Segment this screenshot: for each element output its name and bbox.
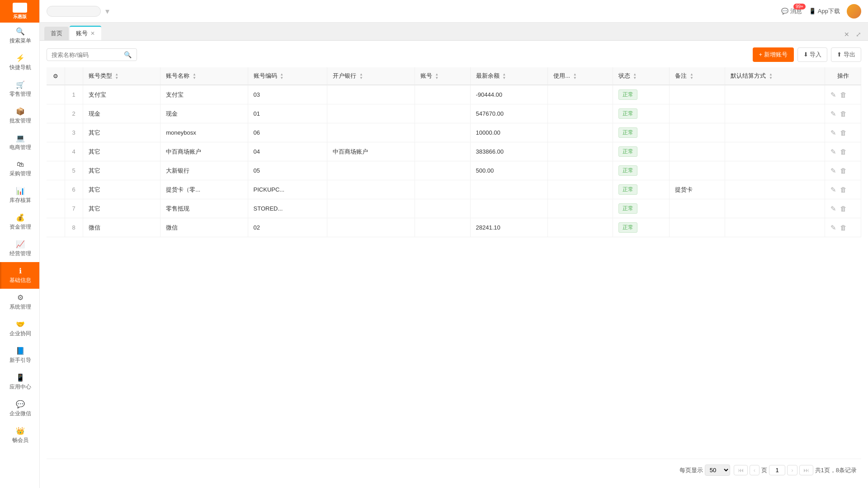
sidebar-item-enterprise-wechat[interactable]: 💬企业微信 xyxy=(0,395,39,422)
col-type[interactable]: 账号类型 ▲▼ xyxy=(83,67,160,85)
row-usage xyxy=(548,142,613,161)
tab-home[interactable]: 首页 xyxy=(44,27,69,40)
edit-icon[interactable]: ✎ xyxy=(830,186,836,194)
ops-mgmt-icon: 📈 xyxy=(16,240,25,249)
sidebar-item-wholesale-mgmt[interactable]: 📦批发管理 xyxy=(0,103,39,129)
import-button[interactable]: ⬇ 导入 xyxy=(797,47,828,62)
sidebar-item-retail-mgmt[interactable]: 🛒零售管理 xyxy=(0,76,39,103)
edit-icon[interactable]: ✎ xyxy=(830,110,836,118)
message-button[interactable]: 💬 消息 99+ xyxy=(781,7,802,15)
app-download-button[interactable]: 📱 App下载 xyxy=(809,7,840,15)
sidebar-item-basic-info[interactable]: ℹ基础信息 xyxy=(0,262,39,289)
edit-icon[interactable]: ✎ xyxy=(830,167,836,175)
quick-nav-icon: ⚡ xyxy=(16,54,25,62)
first-page-btn[interactable]: ⏮ xyxy=(734,465,748,475)
next-page-btn[interactable]: › xyxy=(787,465,797,475)
edit-icon[interactable]: ✎ xyxy=(830,91,836,99)
status-badge: 正常 xyxy=(618,184,637,195)
row-num: 7 xyxy=(65,199,83,218)
per-page-select[interactable]: 50 100 200 xyxy=(705,465,730,476)
row-type: 其它 xyxy=(83,161,160,180)
col-bank[interactable]: 开户银行 ▲▼ xyxy=(327,67,415,85)
sidebar-item-purchase-mgmt[interactable]: 🛍采购管理 xyxy=(0,156,39,182)
col-gear: ⚙ xyxy=(47,67,65,85)
edit-icon[interactable]: ✎ xyxy=(830,205,836,213)
sidebar-item-beginner-guide[interactable]: 📘新手引导 xyxy=(0,342,39,369)
row-num: 4 xyxy=(65,142,83,161)
row-remark xyxy=(670,123,725,142)
sidebar-item-finance-mgmt[interactable]: 💰资金管理 xyxy=(0,209,39,235)
sidebar-item-label: 零售管理 xyxy=(9,90,31,98)
row-balance: 383866.00 xyxy=(470,142,548,161)
sidebar-item-label: 企业微信 xyxy=(9,410,31,418)
row-bank xyxy=(327,180,415,199)
edit-icon[interactable]: ✎ xyxy=(830,224,836,232)
col-remark[interactable]: 备注 ▲▼ xyxy=(670,67,725,85)
content-close-btn[interactable]: ✕ xyxy=(842,29,852,39)
sidebar-item-label: 采购管理 xyxy=(9,170,31,178)
row-num: 6 xyxy=(65,180,83,199)
sidebar-item-ecommerce-mgmt[interactable]: 💻电商管理 xyxy=(0,129,39,156)
sidebar-item-ops-mgmt[interactable]: 📈经营管理 xyxy=(0,235,39,262)
row-name: 支付宝 xyxy=(160,85,248,104)
tab-account-close[interactable]: ✕ xyxy=(90,30,95,37)
sidebar-item-search-menu[interactable]: 🔍搜索菜单 xyxy=(0,23,39,49)
add-account-button[interactable]: + 新增账号 xyxy=(753,47,794,62)
col-usage[interactable]: 使用... ▲▼ xyxy=(548,67,613,85)
delete-icon[interactable]: 🗑 xyxy=(840,148,847,155)
tab-account[interactable]: 账号 ✕ xyxy=(70,26,101,40)
edit-icon[interactable]: ✎ xyxy=(830,129,836,137)
topbar-search-input[interactable] xyxy=(47,6,101,17)
delete-icon[interactable]: 🗑 xyxy=(840,110,847,117)
delete-icon[interactable]: 🗑 xyxy=(840,186,847,193)
page-input[interactable] xyxy=(769,465,785,475)
col-account[interactable]: 账号 ▲▼ xyxy=(415,67,470,85)
row-name: 微信 xyxy=(160,218,248,237)
sidebar-item-label: 畅会员 xyxy=(12,436,28,444)
status-badge: 正常 xyxy=(618,108,637,119)
row-code: 03 xyxy=(248,85,327,104)
app-logo: 乐惠版 xyxy=(0,0,39,23)
col-code[interactable]: 账号编码 ▲▼ xyxy=(248,67,327,85)
row-bank xyxy=(327,104,415,123)
row-remark xyxy=(670,199,725,218)
page-nav: ⏮ ‹ 页 › ⏭ 共1页，8条记录 xyxy=(734,465,857,475)
col-balance[interactable]: 最新余额 ▲▼ xyxy=(470,67,548,85)
sidebar-item-app-center[interactable]: 📱应用中心 xyxy=(0,369,39,395)
sidebar-item-quick-nav[interactable]: ⚡快捷导航 xyxy=(0,49,39,76)
topbar-dropdown-icon[interactable]: ▾ xyxy=(105,6,109,16)
prev-page-btn[interactable]: ‹ xyxy=(750,465,760,475)
row-ops: ✎ 🗑 xyxy=(825,123,861,142)
content-expand-btn[interactable]: ⤢ xyxy=(854,29,863,39)
sidebar-item-enterprise-agreement[interactable]: 🤝企业协同 xyxy=(0,315,39,342)
delete-icon[interactable]: 🗑 xyxy=(840,224,847,231)
col-status[interactable]: 状态 ▲▼ xyxy=(613,67,670,85)
row-code: PICKUPC... xyxy=(248,180,327,199)
col-default-settle[interactable]: 默认结算方式 ▲▼ xyxy=(725,67,825,85)
delete-icon[interactable]: 🗑 xyxy=(840,205,847,212)
sidebar-item-membership[interactable]: 👑畅会员 xyxy=(0,422,39,449)
search-input[interactable] xyxy=(52,52,124,58)
edit-icon[interactable]: ✎ xyxy=(830,148,836,156)
search-menu-icon: 🔍 xyxy=(16,27,25,36)
sidebar-item-system-mgmt[interactable]: ⚙系统管理 xyxy=(0,289,39,315)
row-type: 支付宝 xyxy=(83,85,160,104)
message-badge: 99+ xyxy=(793,4,806,9)
purchase-mgmt-icon: 🛍 xyxy=(17,160,24,169)
delete-icon[interactable]: 🗑 xyxy=(840,167,847,174)
row-code: 05 xyxy=(248,161,327,180)
sidebar-item-inventory-calc[interactable]: 📊库存核算 xyxy=(0,182,39,209)
user-avatar[interactable] xyxy=(847,4,861,19)
content-area: 🔍 + 新增账号 ⬇ 导入 ⬆ 导出 ⚙ 账号类型 ▲▼ 账号名称 ▲▼ 账号编… xyxy=(40,41,868,488)
col-name[interactable]: 账号名称 ▲▼ xyxy=(160,67,248,85)
export-button[interactable]: ⬆ 导出 xyxy=(831,47,861,62)
last-page-btn[interactable]: ⏭ xyxy=(799,465,813,475)
table-row: 1 支付宝 支付宝 03 -90444.00 正常 ✎ 🗑 xyxy=(47,85,861,104)
row-num: 1 xyxy=(65,85,83,104)
row-status: 正常 xyxy=(613,218,670,237)
enterprise-agreement-icon: 🤝 xyxy=(16,320,25,328)
delete-icon[interactable]: 🗑 xyxy=(840,129,847,136)
delete-icon[interactable]: 🗑 xyxy=(840,91,847,99)
row-ops: ✎ 🗑 xyxy=(825,180,861,199)
row-default-settle xyxy=(725,161,825,180)
